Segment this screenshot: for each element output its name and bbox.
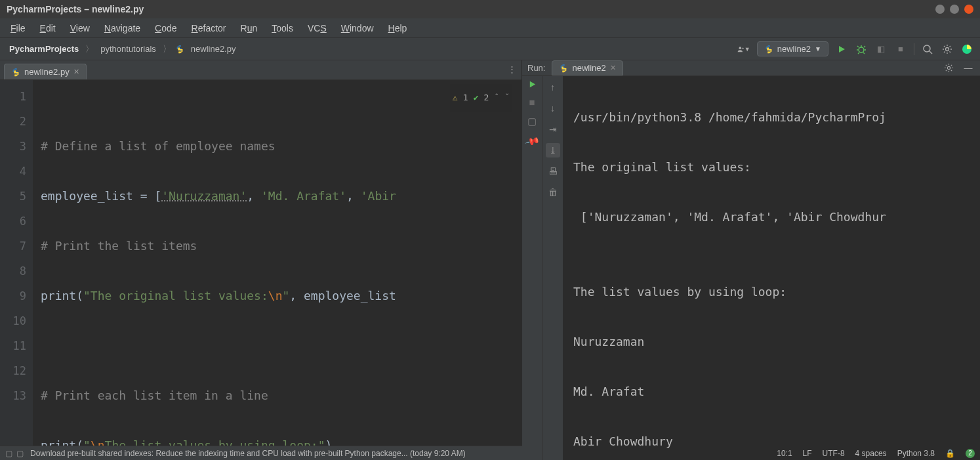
run-tab[interactable]: newline2 ✕ <box>552 60 623 75</box>
indent-setting[interactable]: 4 spaces <box>855 449 887 458</box>
print-icon[interactable]: 🖶 <box>546 164 560 178</box>
stop-icon[interactable]: ■ <box>529 96 535 108</box>
svg-point-2 <box>924 45 930 52</box>
chevron-right-icon: 〉 <box>163 43 171 55</box>
python-icon <box>175 45 184 54</box>
soft-wrap-icon[interactable]: ⇥ <box>546 122 560 136</box>
menu-navigate[interactable]: Navigate <box>99 20 146 36</box>
menu-window[interactable]: Window <box>336 20 379 36</box>
stop-button[interactable]: ■ <box>894 43 907 56</box>
menu-refactor[interactable]: Refactor <box>186 20 232 36</box>
breadcrumb-root[interactable]: PycharmProjects <box>7 43 81 55</box>
run-button[interactable] <box>835 43 848 56</box>
settings-icon[interactable] <box>941 43 954 56</box>
breadcrumb-folder[interactable]: pythontutorials <box>98 43 159 55</box>
menu-bar: File Edit View Navigate Code Refactor Ru… <box>0 18 980 38</box>
up-trace-icon[interactable]: ↑ <box>546 80 560 94</box>
chevron-down-icon[interactable]: ˇ <box>504 85 510 110</box>
run-toolbar-left: ■ ▢ 📌 <box>522 76 542 460</box>
python-icon <box>559 64 568 73</box>
window-title: PycharmProjects – newline2.py <box>7 4 930 14</box>
caret-position[interactable]: 10:1 <box>777 449 792 458</box>
run-with-coverage-button[interactable]: ◧ <box>874 43 888 56</box>
down-trace-icon[interactable]: ↓ <box>546 101 560 115</box>
run-tab-label: newline2 <box>572 63 605 73</box>
scroll-to-end-icon[interactable]: ⤓ <box>546 143 560 157</box>
breadcrumb-file[interactable]: newline2.py <box>188 43 239 55</box>
line-separator[interactable]: LF <box>803 449 812 458</box>
clear-icon[interactable]: 🗑 <box>546 185 560 199</box>
menu-file[interactable]: File <box>5 20 31 36</box>
editor-gutter: 1 2 3 4 5 6 7 8 9 10 11 12 13 <box>0 80 33 446</box>
window-minimize-button[interactable] <box>935 5 945 14</box>
window-titlebar: PycharmProjects – newline2.py <box>0 0 980 18</box>
svg-point-3 <box>946 47 949 51</box>
run-config-selector[interactable]: newline2 ▼ <box>757 41 828 56</box>
debug-button[interactable] <box>855 43 868 56</box>
run-toolbar-secondary: ↑ ↓ ⇥ ⤓ 🖶 🗑 <box>542 76 563 460</box>
warning-icon: ⚠ <box>453 85 458 110</box>
menu-code[interactable]: Code <box>150 20 182 36</box>
close-tab-icon[interactable]: ✕ <box>73 68 79 76</box>
window-maximize-button[interactable] <box>950 5 959 14</box>
close-tab-icon[interactable]: ✕ <box>610 64 616 72</box>
search-icon[interactable] <box>921 43 934 56</box>
run-label: Run: <box>527 63 545 73</box>
tool-window-icon[interactable]: ▢ <box>16 449 24 458</box>
chevron-up-icon[interactable]: ˆ <box>494 85 499 110</box>
rerun-icon[interactable] <box>528 80 537 89</box>
run-settings-icon[interactable] <box>942 62 955 75</box>
inspections-widget[interactable]: ⚠1 ✔2 ˆ ˇ <box>450 84 512 112</box>
chevron-down-icon: ▼ <box>815 45 821 52</box>
editor-tab-label: newline2.py <box>24 67 70 77</box>
run-config-name: newline2 <box>777 44 811 54</box>
editor-tab-newline2[interactable]: newline2.py ✕ <box>4 64 87 79</box>
tool-window-icon[interactable]: ▢ <box>5 449 12 458</box>
editor-tabs-more-icon[interactable]: ⋮ <box>508 64 516 74</box>
run-pane: Run: newline2 ✕ — ■ ▢ 📌 ↑ <box>522 60 980 446</box>
restore-layout-icon[interactable]: ▢ <box>527 115 537 127</box>
menu-edit[interactable]: Edit <box>35 20 61 36</box>
svg-point-1 <box>859 47 864 52</box>
status-message[interactable]: Download pre-built shared indexes: Reduc… <box>30 449 777 458</box>
python-icon <box>11 68 20 77</box>
interpreter[interactable]: Python 3.8 <box>897 449 935 458</box>
navigation-bar: PycharmProjects 〉 pythontutorials 〉 newl… <box>0 38 980 60</box>
hide-panel-icon[interactable]: — <box>962 62 975 75</box>
menu-tools[interactable]: Tools <box>266 20 298 36</box>
menu-run[interactable]: Run <box>235 20 263 36</box>
menu-vcs[interactable]: VCS <box>302 20 332 36</box>
chevron-right-icon: 〉 <box>85 43 94 55</box>
svg-point-0 <box>739 47 741 49</box>
lock-icon[interactable]: 🔒 <box>945 449 955 458</box>
checkmark-icon: ✔ <box>474 85 479 110</box>
run-console[interactable]: /usr/bin/python3.8 /home/fahmida/Pycharm… <box>563 76 980 460</box>
window-close-button[interactable] <box>964 5 973 14</box>
run-tool-header: Run: newline2 ✕ — <box>522 60 980 76</box>
python-icon <box>764 45 773 54</box>
add-user-icon[interactable]: ▼ <box>737 43 750 56</box>
code-editor[interactable]: ⚠1 ✔2 ˆ ˇ # Define a list of employee na… <box>33 80 521 446</box>
main-area: newline2.py ✕ ⋮ 1 2 3 4 5 6 7 8 9 10 11 … <box>0 60 980 446</box>
editor-tabs: newline2.py ✕ ⋮ <box>0 60 521 80</box>
notifications-badge[interactable]: 2 <box>966 449 975 458</box>
pin-icon[interactable]: 📌 <box>523 133 540 149</box>
editor-pane: newline2.py ✕ ⋮ 1 2 3 4 5 6 7 8 9 10 11 … <box>0 60 522 446</box>
file-encoding[interactable]: UTF-8 <box>823 449 845 458</box>
menu-help[interactable]: Help <box>383 20 413 36</box>
menu-view[interactable]: View <box>65 20 95 36</box>
ide-logo-icon[interactable] <box>960 43 973 56</box>
breadcrumb: PycharmProjects 〉 pythontutorials 〉 newl… <box>7 43 737 55</box>
editor-body: 1 2 3 4 5 6 7 8 9 10 11 12 13 ⚠1 ✔2 ˆ ˇ <box>0 80 521 446</box>
svg-point-4 <box>947 66 950 69</box>
